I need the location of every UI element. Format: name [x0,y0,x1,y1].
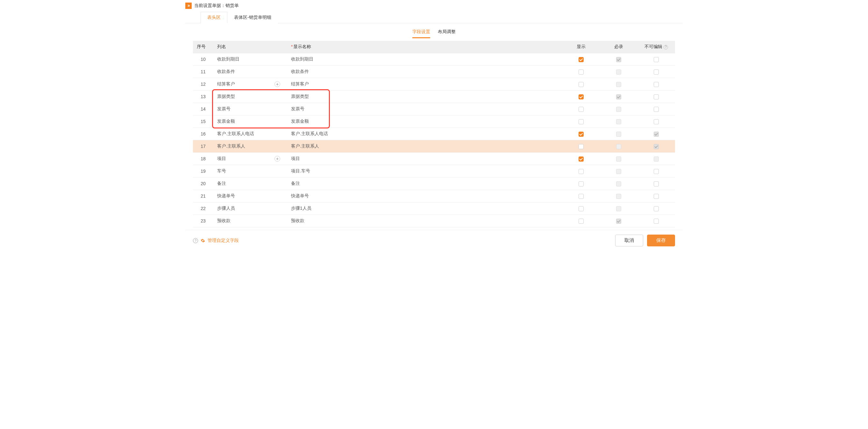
cell-show [562,115,600,128]
manage-custom-fields-link[interactable]: 管理自定义字段 [208,238,239,244]
subtab-0[interactable]: 字段设置 [412,28,430,38]
help-icon[interactable]: ? [663,45,668,49]
noedit-checkbox[interactable] [654,194,659,199]
noedit-checkbox[interactable] [654,69,659,75]
cell-display[interactable]: 发票金额 [287,115,562,128]
required-checkbox [616,94,621,99]
cell-show [562,140,600,153]
cell-noedit [638,103,675,115]
cell-required [600,177,638,190]
add-icon[interactable]: + [275,156,280,162]
show-checkbox[interactable] [579,107,584,112]
save-button[interactable]: 保存 [647,235,675,247]
show-checkbox[interactable] [579,57,584,62]
subtab-1[interactable]: 布局调整 [438,28,456,38]
show-checkbox[interactable] [579,144,584,149]
show-checkbox[interactable] [579,169,584,174]
show-checkbox[interactable] [579,181,584,187]
cell-noedit [638,165,675,177]
cell-seq: 14 [193,103,213,115]
cell-display[interactable]: 发票号 [287,103,562,115]
cell-seq: 16 [193,128,213,140]
cell-name: 预收款 [213,215,287,227]
noedit-checkbox[interactable] [654,94,659,99]
show-checkbox[interactable] [579,94,584,99]
cell-required [600,115,638,128]
tab-1[interactable]: 表体区-销货单明细 [227,12,278,23]
cell-display[interactable]: 收款条件 [287,66,562,78]
show-checkbox[interactable] [579,194,584,199]
noedit-checkbox[interactable] [654,57,659,62]
tab-0[interactable]: 表头区 [200,12,227,23]
expand-panel-button[interactable] [185,3,192,9]
cell-display[interactable]: 预收款 [287,215,562,227]
cell-name: 客户.主联系人 [213,140,287,153]
cell-required [600,53,638,66]
cell-seq: 17 [193,140,213,153]
add-icon[interactable]: + [275,81,280,87]
cell-seq: 12 [193,78,213,90]
cell-noedit [638,78,675,90]
cell-name: 发票号 [213,103,287,115]
noedit-checkbox[interactable] [654,181,659,187]
noedit-checkbox[interactable] [654,206,659,211]
cell-noedit [638,90,675,103]
table-row: 12结算客户+结算客户 [193,78,675,90]
cell-show [562,53,600,66]
cell-name: 备注 [213,177,287,190]
table-row: 13票据类型票据类型 [193,90,675,103]
table-row: 17客户.主联系人客户.主联系人 [193,140,675,153]
th-show: 显示 [562,41,600,53]
cell-display[interactable]: 结算客户 [287,78,562,90]
fields-table: 序号 列名 *显示名称 显示 必录 不可编辑? 10收款到期日收款到期日11收款… [193,41,675,227]
show-checkbox[interactable] [579,219,584,224]
cell-display[interactable]: 快递单号 [287,190,562,202]
table-row: 19车号项目.车号 [193,165,675,177]
cell-seq: 21 [193,190,213,202]
th-noedit: 不可编辑? [638,41,675,53]
noedit-checkbox[interactable] [654,169,659,174]
cancel-button[interactable]: 取消 [615,235,643,247]
page-title-value: 销货单 [225,3,239,9]
cell-display[interactable]: 客户.主联系人 [287,140,562,153]
cell-show [562,165,600,177]
cell-noedit [638,190,675,202]
cell-seq: 23 [193,215,213,227]
cell-display[interactable]: 项目 [287,153,562,165]
cell-seq: 15 [193,115,213,128]
cell-display[interactable]: 步骤1人员 [287,202,562,215]
cell-display[interactable]: 客户.主联系人电话 [287,128,562,140]
noedit-checkbox[interactable] [654,107,659,112]
cell-display[interactable]: 收款到期日 [287,53,562,66]
required-checkbox [616,181,621,187]
th-seq: 序号 [193,41,213,53]
show-checkbox[interactable] [579,132,584,137]
cell-show [562,66,600,78]
cell-name: 票据类型 [213,90,287,103]
cell-display[interactable]: 票据类型 [287,90,562,103]
cell-required [600,90,638,103]
noedit-checkbox[interactable] [654,119,659,124]
cell-noedit [638,115,675,128]
cell-seq: 18 [193,153,213,165]
help-icon[interactable]: ? [193,238,198,243]
table-row: 22步骤人员步骤1人员 [193,202,675,215]
show-checkbox[interactable] [579,156,584,162]
cell-show [562,177,600,190]
cell-required [600,78,638,90]
cell-name: 步骤人员 [213,202,287,215]
show-checkbox[interactable] [579,206,584,211]
main-tabs: 表头区表体区-销货单明细 [185,11,683,23]
cell-show [562,90,600,103]
cell-required [600,153,638,165]
noedit-checkbox[interactable] [654,219,659,224]
cell-seq: 19 [193,165,213,177]
noedit-checkbox[interactable] [654,82,659,87]
show-checkbox[interactable] [579,69,584,75]
show-checkbox[interactable] [579,119,584,124]
gear-icon [200,238,205,243]
table-row: 18项目+项目 [193,153,675,165]
show-checkbox[interactable] [579,82,584,87]
cell-display[interactable]: 备注 [287,177,562,190]
cell-display[interactable]: 项目.车号 [287,165,562,177]
